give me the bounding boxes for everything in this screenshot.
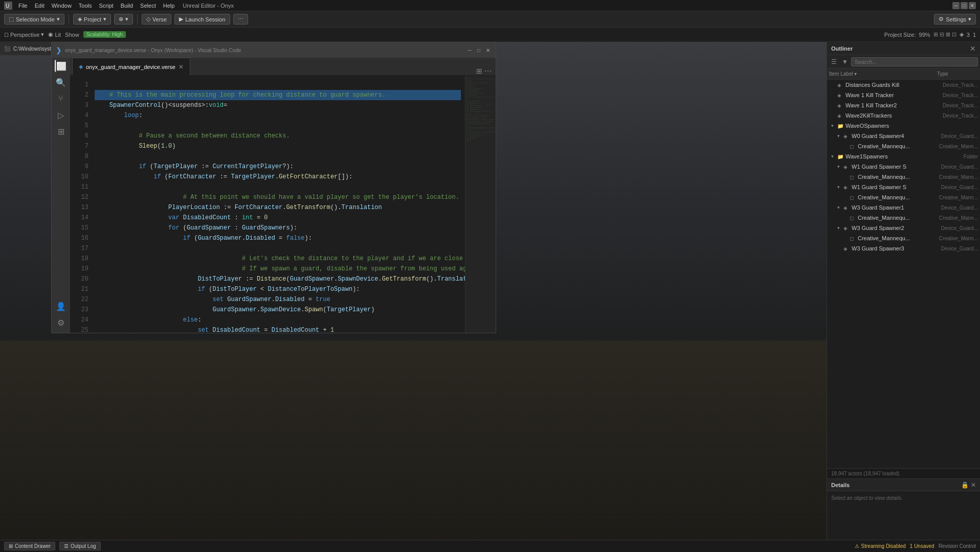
- scalability-badge[interactable]: Scalability: High: [83, 31, 126, 38]
- tree-item-wave2-kill-trackers[interactable]: ◈ Wave2KillTrackers Device_Track...: [827, 110, 980, 121]
- tree-item-wave1-kill-tracker2[interactable]: ◈ Wave 1 Kill Tracker2 Device_Track...: [827, 100, 980, 110]
- outliner-filter-icon[interactable]: ▼: [840, 57, 850, 66]
- tree-item-distances-guards-kill[interactable]: ◈ Distances Guards Kill Device_Track...: [827, 80, 980, 90]
- perspective-button[interactable]: ◻ Perspective ▾: [4, 31, 44, 38]
- show-button[interactable]: Show: [65, 32, 79, 38]
- source-control-icon[interactable]: ⑂: [55, 93, 67, 105]
- close-button[interactable]: ✕: [969, 2, 976, 9]
- actor-icon-2: ◻: [850, 174, 857, 180]
- tree-item-creative-manne-5[interactable]: ◻ Creative_Mannequ... Creative_Mann...: [827, 233, 980, 243]
- menu-item-build[interactable]: Build: [118, 2, 136, 10]
- viewport[interactable]: ⬛ C:\Windows\system32\cmd... ✕ ❯ onyx_gu…: [0, 42, 827, 540]
- menu-item-script[interactable]: Script: [96, 2, 117, 10]
- item-label: Distances Guards Kill: [845, 82, 936, 88]
- item-label-14: Creative_Mannequ...: [858, 215, 936, 221]
- device-icon-9: ◈: [843, 225, 851, 231]
- vscode-close-button[interactable]: ✕: [484, 47, 492, 54]
- manage-icon[interactable]: ⚙: [55, 316, 67, 329]
- panel-title-label: Outliner: [831, 45, 853, 52]
- outliner-search-input[interactable]: [851, 57, 978, 66]
- more-options-button[interactable]: ⋯: [233, 14, 248, 25]
- app-title: Unreal Editor - Onyx: [183, 3, 234, 9]
- tab-label: onyx_guard_manager_device.verse: [86, 64, 175, 70]
- actor-icon-3: ◻: [850, 195, 857, 200]
- code-editor-text[interactable]: # This is the main processing loop for c…: [91, 76, 465, 333]
- device-icon-2: ◈: [837, 93, 844, 98]
- tree-item-wave1spawners[interactable]: ▾ 📁 Wave1Spawners Folder: [827, 151, 980, 162]
- editor-area: ◈ onyx_guard_manager_device.verse ✕ ⊞ ⋯ …: [70, 58, 496, 333]
- tree-item-creative-manne-4[interactable]: ◻ Creative_Mannequ... Creative_Mann...: [827, 213, 980, 223]
- outliner-close-button[interactable]: ✕: [970, 44, 976, 53]
- output-log-button[interactable]: ☰ Output Log: [59, 542, 100, 550]
- main-layout: ⬛ C:\Windows\system32\cmd... ✕ ❯ onyx_gu…: [0, 42, 980, 540]
- vscode-minimize-button[interactable]: ─: [466, 47, 473, 54]
- item-label-7: Creative_Mannequ...: [858, 143, 936, 149]
- tab-close-button[interactable]: ✕: [179, 63, 184, 71]
- outliner-column-headers: Item Label ▾ Type: [827, 68, 980, 80]
- item-label-column-header: Item Label ▾: [829, 71, 936, 77]
- vscode-restore-button[interactable]: □: [475, 47, 482, 54]
- accounts-icon[interactable]: 👤: [55, 300, 67, 312]
- tree-item-w3-guard-spawner1[interactable]: ▾ ◈ W3 Guard Spawner1 Device_Guard...: [827, 202, 980, 213]
- item-type: Device_Track...: [937, 82, 978, 88]
- selection-mode-label: Selection Mode: [16, 16, 55, 22]
- menu-item-file[interactable]: File: [15, 2, 31, 10]
- item-label-10: Creative_Mannequ...: [858, 174, 936, 180]
- extensions-icon[interactable]: ⊞: [55, 125, 67, 137]
- run-debug-icon[interactable]: ▷: [55, 109, 67, 121]
- menu-item-help[interactable]: Help: [160, 2, 178, 10]
- menu-item-tools[interactable]: Tools: [76, 2, 95, 10]
- viewport-right-controls: Project Size: 99% ⊞ ⊟ ⊠ ⊡ ◈ 3 1: [884, 31, 976, 38]
- details-lock-icon[interactable]: 🔒: [961, 481, 969, 489]
- tree-item-creative-manne-2[interactable]: ◻ Creative_Mannequ... Creative_Mann...: [827, 172, 980, 182]
- sort-icon[interactable]: ▾: [854, 71, 857, 77]
- tree-item-w3-guard-spawner2[interactable]: ▾ ◈ W3 Guard Spawner2 Device_Guard...: [827, 223, 980, 233]
- tree-item-creative-manne-1[interactable]: ◻ Creative_Mannequ... Creative_Mann...: [827, 141, 980, 151]
- menu-item-window[interactable]: Window: [49, 2, 75, 10]
- content-drawer-button[interactable]: ⊞ Content Drawer: [4, 542, 55, 550]
- tree-expand-icon-9: ▾: [837, 164, 842, 169]
- tree-item-creative-manne-3[interactable]: ◻ Creative_Mannequ... Creative_Mann...: [827, 192, 980, 202]
- revision-control-label[interactable]: Revision Control: [939, 543, 976, 549]
- item-label-16: Creative_Mannequ...: [858, 235, 936, 241]
- details-hint-text: Select an object to view details.: [827, 491, 980, 505]
- tree-item-w0-guard-spawner4[interactable]: ▾ ◈ W0 Guard Spawner4 Device_Guard...: [827, 131, 980, 141]
- chevron-down-icon-3: ▾: [125, 16, 128, 22]
- menu-item-select[interactable]: Select: [137, 2, 159, 10]
- tree-item-wave1-kill-tracker[interactable]: ◈ Wave 1 Kill Tracker Device_Track...: [827, 90, 980, 100]
- outliner-view-options-icon[interactable]: ☰: [829, 57, 839, 66]
- project-button[interactable]: ◈ Project ▾: [73, 14, 111, 25]
- actor-icon-4: ◻: [850, 215, 857, 221]
- streaming-warning: ⚠ Streaming Disabled: [855, 543, 906, 549]
- code-minimap: # This is the main processing loop# Paus…: [465, 76, 496, 333]
- folder-icon: 📁: [837, 123, 844, 129]
- vscode-title: onyx_guard_manager_device.verse - Onyx (…: [65, 48, 241, 53]
- tree-item-w1-guard-spawner-s1[interactable]: ▾ ◈ W1 Guard Spawner S Device_Guard...: [827, 162, 980, 172]
- launch-label: Launch Session: [185, 16, 225, 22]
- split-editor-icon[interactable]: ⊞: [476, 67, 482, 75]
- minimize-button[interactable]: ─: [952, 2, 960, 9]
- details-close-button[interactable]: ✕: [971, 481, 976, 489]
- verse-file-icon: ◈: [79, 63, 83, 70]
- chevron-down-icon-2: ▾: [103, 16, 106, 22]
- explorer-icon[interactable]: ⬜: [55, 60, 67, 72]
- add-button[interactable]: ⊕ ▾: [114, 14, 133, 25]
- tree-item-w1-guard-spawner-s2[interactable]: ▾ ◈ W1 Guard Spawner S Device_Guard...: [827, 182, 980, 192]
- type-label-text: Type: [937, 71, 948, 77]
- more-actions-icon[interactable]: ⋯: [484, 67, 492, 75]
- editor-tab-active[interactable]: ◈ onyx_guard_manager_device.verse ✕: [72, 58, 190, 75]
- tree-item-wave0spawners[interactable]: ▾ 📁 WaveOSpawners: [827, 121, 980, 131]
- verse-button[interactable]: ◇ Verse: [142, 14, 171, 25]
- settings-button[interactable]: ⚙ Settings ▾: [934, 14, 976, 25]
- item-label-8: Wave1Spawners: [845, 153, 936, 159]
- selection-mode-button[interactable]: ⬚ Selection Mode ▾: [4, 14, 64, 25]
- launch-session-button[interactable]: ▶ Launch Session: [174, 14, 230, 25]
- maximize-button[interactable]: □: [961, 2, 968, 9]
- launch-icon: ▶: [179, 16, 183, 22]
- tree-item-w3-guard-spawner3[interactable]: ◈ W3 Guard Spawner3 Device_Guard...: [827, 243, 980, 254]
- lit-button[interactable]: ◉ Lit: [48, 31, 61, 38]
- item-label-11: W1 Guard Spawner S: [852, 184, 936, 190]
- menu-item-edit[interactable]: Edit: [32, 2, 48, 10]
- item-type-7: Creative_Mann...: [937, 144, 978, 149]
- search-icon[interactable]: 🔍: [55, 76, 67, 88]
